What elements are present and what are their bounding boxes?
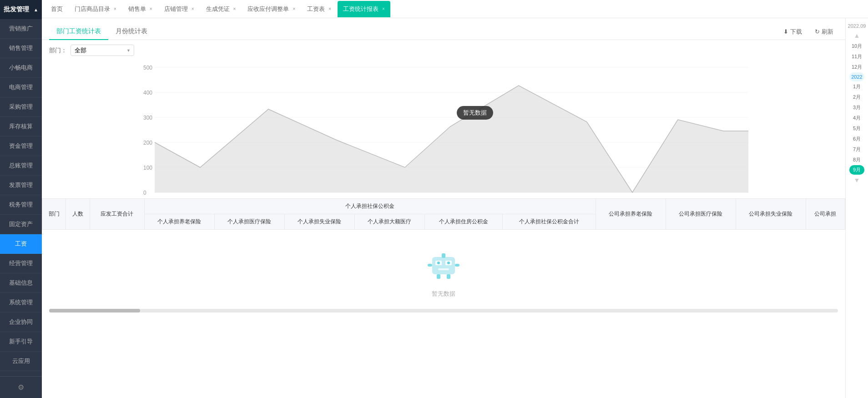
refresh-icon: ↻ bbox=[815, 28, 820, 35]
th-company-medical: 公司承担医疗保险 bbox=[666, 199, 736, 230]
svg-rect-20 bbox=[428, 264, 432, 267]
tab-label: 销售单 bbox=[128, 5, 146, 13]
sidebar-item-总账管理[interactable]: 总账管理 bbox=[0, 156, 42, 176]
sidebar-item-企业协同[interactable]: 企业协同 bbox=[0, 312, 42, 332]
tab-close-icon[interactable]: × bbox=[114, 6, 116, 11]
sidebar-item-电商管理[interactable]: 电商管理 bbox=[0, 78, 42, 97]
sub-tab-部门工资统计表[interactable]: 部门工资统计表 bbox=[49, 24, 108, 40]
chart-svg-wrapper: 0 100 200 300 400 500 bbox=[49, 60, 838, 198]
timeline-up-arrow[interactable]: ▲ bbox=[852, 30, 862, 41]
th-personal-insurance-group: 个人承担社保公积金 bbox=[144, 199, 595, 214]
svg-rect-13 bbox=[432, 257, 455, 274]
svg-marker-12 bbox=[155, 86, 748, 192]
tab-销售单[interactable]: 销售单× bbox=[123, 1, 158, 17]
main-area: 首页门店商品目录×销售单×店铺管理×生成凭证×应收应付调整单×工资表×工资统计报… bbox=[42, 0, 868, 398]
tab-工资统计报表[interactable]: 工资统计报表× bbox=[338, 1, 390, 17]
sidebar-collapse-icon: ▲ bbox=[34, 7, 38, 12]
tab-应收应付调整单[interactable]: 应收应付调整单× bbox=[242, 1, 301, 17]
sidebar-title: 批发管理 bbox=[4, 5, 29, 14]
timeline-current-year: 2022.09 bbox=[846, 22, 868, 30]
sidebar-item-小畅电商[interactable]: 小畅电商 bbox=[0, 58, 42, 78]
refresh-label: 刷新 bbox=[822, 28, 833, 36]
tab-生成凭证[interactable]: 生成凭证× bbox=[201, 1, 242, 17]
sidebar-item-营销推广[interactable]: 营销推广 bbox=[0, 19, 42, 39]
timeline-item-9月[interactable]: 9月 bbox=[849, 165, 864, 175]
sidebar-footer-settings[interactable]: ⚙ bbox=[0, 376, 42, 398]
tab-首页[interactable]: 首页 bbox=[45, 1, 68, 17]
filter-row: 部门： 全部 bbox=[42, 40, 845, 60]
timeline-item-11月[interactable]: 11月 bbox=[849, 51, 864, 62]
chart-svg: 0 100 200 300 400 500 bbox=[49, 60, 838, 197]
th-personal-major-medical: 个人承担大额医疗 bbox=[354, 214, 424, 230]
table-scrollbar[interactable] bbox=[49, 309, 838, 312]
th-company-old-age: 公司承担养老保险 bbox=[595, 199, 666, 230]
sidebar-item-销售管理[interactable]: 销售管理 bbox=[0, 39, 42, 58]
sidebar-item-新手引导[interactable]: 新手引导 bbox=[0, 332, 42, 352]
svg-rect-18 bbox=[438, 268, 449, 270]
th-personal-total: 个人承担社保公积金合计 bbox=[502, 214, 595, 230]
content-area: 部门工资统计表月份统计表 ⬇ 下载 ↻ 刷新 部门： bbox=[42, 18, 868, 398]
th-personal-old-age: 个人承担养老保险 bbox=[144, 214, 214, 230]
tab-门店商品目录[interactable]: 门店商品目录× bbox=[69, 1, 122, 17]
download-icon: ⬇ bbox=[783, 28, 788, 35]
th-department: 部门 bbox=[42, 199, 66, 230]
timeline-item-12月[interactable]: 12月 bbox=[849, 62, 864, 72]
sidebar-item-库存核算[interactable]: 库存核算 bbox=[0, 117, 42, 136]
table-wrapper: 部门 人数 应发工资合计 个人承担社保公积金 公司承担养老保险 公司承担医疗保险… bbox=[42, 198, 845, 314]
th-personal-housing-fund: 个人承担住房公积金 bbox=[424, 214, 502, 230]
timeline-item-8月[interactable]: 8月 bbox=[849, 155, 864, 165]
svg-text:0: 0 bbox=[143, 190, 146, 196]
sidebar-item-系统管理[interactable]: 系统管理 bbox=[0, 293, 42, 312]
sidebar-item-云应用[interactable]: 云应用 bbox=[0, 352, 42, 371]
tab-label: 工资统计报表 bbox=[343, 5, 378, 13]
timeline-item-6月[interactable]: 6月 bbox=[849, 134, 864, 144]
tab-店铺管理[interactable]: 店铺管理× bbox=[159, 1, 200, 17]
department-select[interactable]: 全部 bbox=[71, 45, 134, 56]
tab-label: 应收应付调整单 bbox=[247, 5, 289, 13]
chart-container: 0 100 200 300 400 500 bbox=[42, 60, 845, 198]
sidebar-item-税务管理[interactable]: 税务管理 bbox=[0, 195, 42, 215]
sidebar-item-经营管理[interactable]: 经营管理 bbox=[0, 254, 42, 273]
download-button[interactable]: ⬇ 下载 bbox=[779, 26, 807, 38]
sidebar-item-采购管理[interactable]: 采购管理 bbox=[0, 97, 42, 117]
tab-工资表[interactable]: 工资表× bbox=[302, 1, 337, 17]
timeline-item-2022[interactable]: 2022 bbox=[849, 72, 864, 81]
sidebar-item-基础信息[interactable]: 基础信息 bbox=[0, 273, 42, 293]
timeline-down-arrow[interactable]: ▼ bbox=[852, 175, 862, 186]
data-table: 部门 人数 应发工资合计 个人承担社保公积金 公司承担养老保险 公司承担医疗保险… bbox=[42, 198, 845, 230]
page-content: 部门工资统计表月份统计表 ⬇ 下载 ↻ 刷新 部门： bbox=[42, 18, 845, 398]
tab-close-icon[interactable]: × bbox=[382, 6, 385, 11]
empty-icon bbox=[425, 248, 462, 284]
timeline-item-2月[interactable]: 2月 bbox=[849, 92, 864, 102]
sub-tab-bar: 部门工资统计表月份统计表 ⬇ 下载 ↻ 刷新 bbox=[42, 18, 845, 40]
table-scrollbar-thumb[interactable] bbox=[49, 309, 140, 312]
th-company-unemployment: 公司承担失业保险 bbox=[736, 199, 806, 230]
sidebar: 批发管理 ▲ 营销推广销售管理小畅电商电商管理采购管理库存核算资金管理总账管理发… bbox=[0, 0, 42, 398]
timeline-item-5月[interactable]: 5月 bbox=[849, 123, 864, 134]
tab-close-icon[interactable]: × bbox=[150, 6, 152, 11]
th-count: 人数 bbox=[66, 199, 90, 230]
svg-text:400: 400 bbox=[143, 90, 152, 96]
th-total-wage: 应发工资合计 bbox=[90, 199, 144, 230]
timeline-item-4月[interactable]: 4月 bbox=[849, 113, 864, 123]
svg-text:500: 500 bbox=[143, 65, 152, 71]
timeline-item-10月[interactable]: 10月 bbox=[849, 41, 864, 51]
svg-rect-22 bbox=[437, 274, 440, 279]
tab-close-icon[interactable]: × bbox=[328, 6, 331, 11]
tab-label: 生成凭证 bbox=[206, 5, 230, 13]
sidebar-item-工资[interactable]: 工资 bbox=[0, 234, 42, 254]
sub-tab-月份统计表[interactable]: 月份统计表 bbox=[108, 24, 155, 40]
sidebar-item-发票管理[interactable]: 发票管理 bbox=[0, 176, 42, 195]
tab-close-icon[interactable]: × bbox=[233, 6, 236, 11]
timeline-item-7月[interactable]: 7月 bbox=[849, 144, 864, 155]
timeline-item-1月[interactable]: 1月 bbox=[849, 81, 864, 92]
sidebar-item-固定资产[interactable]: 固定资产 bbox=[0, 215, 42, 234]
sidebar-item-资金管理[interactable]: 资金管理 bbox=[0, 136, 42, 156]
svg-text:100: 100 bbox=[143, 165, 152, 171]
timeline-item-3月[interactable]: 3月 bbox=[849, 102, 864, 113]
tab-close-icon[interactable]: × bbox=[192, 6, 194, 11]
tab-close-icon[interactable]: × bbox=[293, 6, 295, 11]
refresh-button[interactable]: ↻ 刷新 bbox=[810, 26, 838, 38]
table-no-data-text: 暂无数据 bbox=[432, 290, 455, 298]
sidebar-header[interactable]: 批发管理 ▲ bbox=[0, 0, 42, 19]
